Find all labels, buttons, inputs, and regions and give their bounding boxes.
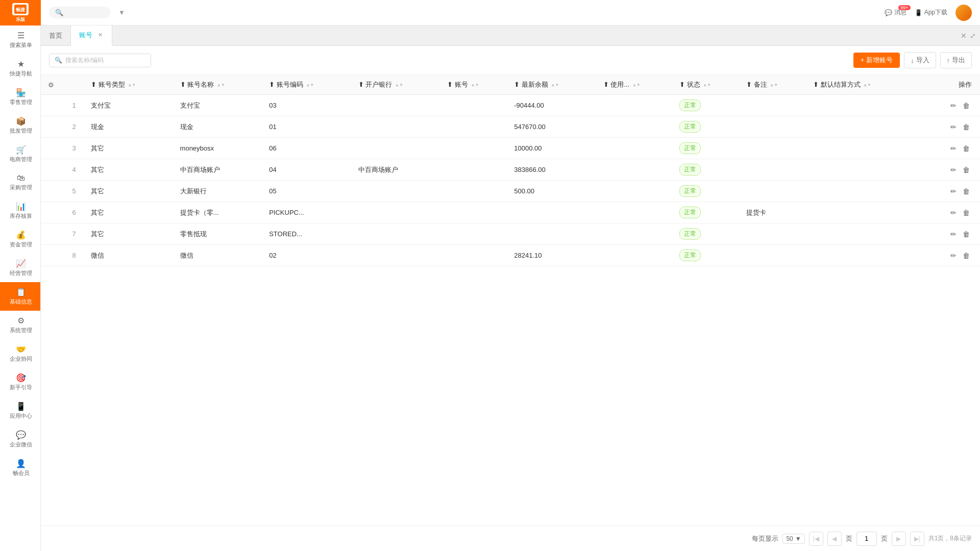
- page-input[interactable]: [856, 532, 877, 546]
- status-badge: 正常: [679, 99, 701, 111]
- sidebar-item-shortcut[interactable]: ★ 快捷导航: [0, 54, 40, 83]
- row-code: STORED...: [265, 223, 354, 245]
- tab-close-all-icon[interactable]: ✕: [961, 32, 967, 40]
- col-code[interactable]: ⬆ 账号编码 ▲▼: [265, 75, 354, 95]
- status-badge: 正常: [679, 249, 701, 261]
- edit-button[interactable]: ✏: [948, 251, 959, 261]
- col-bank[interactable]: ⬆ 开户银行 ▲▼: [354, 75, 444, 95]
- sidebar-item-search-menu[interactable]: ☰ 搜索菜单: [0, 26, 40, 54]
- sidebar-item-label: 快捷导航: [10, 70, 32, 78]
- sidebar-item-wechat[interactable]: 💬 企业微信: [0, 425, 40, 454]
- sidebar-item-finance[interactable]: 💰 资金管理: [0, 225, 40, 254]
- sort-icon: ▲▼: [306, 83, 314, 87]
- sort-icon: ▲▼: [551, 83, 559, 87]
- messages-badge: 99+: [898, 5, 910, 10]
- sidebar-item-basic-info[interactable]: 📋 基础信息: [0, 282, 40, 311]
- sidebar-item-operations[interactable]: 📈 经营管理: [0, 254, 40, 282]
- col-notes[interactable]: ⬆ 备注 ▲▼: [742, 75, 809, 95]
- col-name-label: ⬆ 账号名称: [180, 81, 214, 88]
- sidebar-item-label: 搜索菜单: [10, 41, 32, 49]
- page-label: 页: [846, 534, 852, 543]
- user-avatar[interactable]: [955, 5, 972, 21]
- sidebar-item-wholesale[interactable]: 📦 批发管理: [0, 111, 40, 140]
- row-usage: [599, 245, 675, 266]
- row-gear: [41, 223, 61, 245]
- delete-button[interactable]: 🗑: [961, 208, 972, 218]
- row-gear: [41, 138, 61, 159]
- content-area: 🔍 搜索名称/编码 + 新增账号 ↓ 导入 ↑ 导出: [41, 46, 980, 551]
- sidebar-item-retail[interactable]: 🏪 零售管理: [0, 83, 40, 111]
- sidebar-item-app-center[interactable]: 📱 应用中心: [0, 396, 40, 425]
- edit-button[interactable]: ✏: [948, 122, 959, 132]
- col-name[interactable]: ⬆ 账号名称 ▲▼: [176, 75, 265, 95]
- sort-icon: ▲▼: [632, 83, 641, 87]
- sidebar-item-member[interactable]: 👤 畅会员: [0, 454, 40, 482]
- delete-button[interactable]: 🗑: [961, 229, 972, 239]
- tab-home[interactable]: 首页: [41, 26, 71, 46]
- edit-button[interactable]: ✏: [948, 186, 959, 196]
- tab-account[interactable]: 账号 ✕: [71, 26, 112, 46]
- sidebar-item-inventory[interactable]: 📊 库存核算: [0, 196, 40, 225]
- row-ops: ✏ 🗑: [920, 181, 980, 202]
- tab-account-close[interactable]: ✕: [96, 32, 104, 39]
- edit-button[interactable]: ✏: [948, 101, 959, 111]
- row-account: [443, 202, 510, 223]
- delete-button[interactable]: 🗑: [961, 101, 972, 111]
- delete-button[interactable]: 🗑: [961, 186, 972, 196]
- col-account[interactable]: ⬆ 账号 ▲▼: [443, 75, 510, 95]
- import-button[interactable]: ↓ 导入: [904, 52, 936, 68]
- col-settlement[interactable]: ⬆ 默认结算方式 ▲▼: [809, 75, 920, 95]
- messages-button[interactable]: 💬 消息 99+: [885, 8, 906, 17]
- status-badge: 正常: [679, 228, 701, 240]
- first-page-button[interactable]: |◀: [809, 532, 823, 546]
- sidebar-item-purchase[interactable]: 🛍 采购管理: [0, 168, 40, 196]
- tab-maximize-icon[interactable]: ⤢: [970, 32, 976, 40]
- table-search-box[interactable]: 🔍 搜索名称/编码: [49, 54, 151, 67]
- row-notes: [742, 95, 809, 116]
- delete-button[interactable]: 🗑: [961, 165, 972, 175]
- per-page-select[interactable]: 50 ▼: [782, 534, 804, 544]
- sidebar-item-label: 零售管理: [10, 98, 32, 106]
- app-download-button[interactable]: 📱 App下载: [915, 8, 947, 17]
- sidebar-item-system[interactable]: ⚙ 系统管理: [0, 311, 40, 339]
- tab-bar-actions: ✕ ⤢: [957, 32, 980, 40]
- export-button[interactable]: ↑ 导出: [940, 52, 972, 68]
- sidebar-item-enterprise[interactable]: 🤝 企业协同: [0, 339, 40, 368]
- edit-button[interactable]: ✏: [948, 165, 959, 175]
- header-dropdown[interactable]: ▼: [116, 9, 125, 16]
- purchase-icon: 🛍: [17, 173, 25, 183]
- col-balance-label: ⬆ 最新余额: [514, 81, 548, 88]
- row-settlement: [809, 245, 920, 266]
- next-page-button[interactable]: ▶: [892, 532, 906, 546]
- col-type[interactable]: ⬆ 账号类型 ▲▼: [87, 75, 176, 95]
- edit-button[interactable]: ✏: [948, 229, 959, 239]
- add-account-button[interactable]: + 新增账号: [853, 53, 900, 68]
- col-usage[interactable]: ⬆ 使用... ▲▼: [599, 75, 675, 95]
- sidebar-item-guide[interactable]: 🎯 新手引导: [0, 368, 40, 396]
- row-status: 正常: [675, 116, 742, 138]
- sidebar-item-label: 企业微信: [10, 441, 32, 448]
- edit-button[interactable]: ✏: [948, 143, 959, 154]
- header-search-icon: 🔍: [55, 9, 63, 16]
- edit-button[interactable]: ✏: [948, 208, 959, 218]
- row-bank: 中百商场账户: [354, 159, 444, 181]
- last-page-button[interactable]: ▶|: [910, 532, 924, 546]
- gear-icon[interactable]: ⚙: [48, 81, 54, 89]
- row-gear: [41, 159, 61, 181]
- row-account: [443, 116, 510, 138]
- delete-button[interactable]: 🗑: [961, 251, 972, 261]
- sidebar-item-label: 畅会员: [13, 469, 30, 477]
- delete-button[interactable]: 🗑: [961, 143, 972, 154]
- row-index: 1: [61, 95, 87, 116]
- status-badge: 正常: [679, 121, 701, 133]
- col-balance[interactable]: ⬆ 最新余额 ▲▼: [510, 75, 599, 95]
- prev-page-button[interactable]: ◀: [827, 532, 842, 546]
- row-account: [443, 223, 510, 245]
- row-usage: [599, 223, 675, 245]
- sidebar-item-ecommerce[interactable]: 🛒 电商管理: [0, 140, 40, 168]
- col-status[interactable]: ⬆ 状态 ▲▼: [675, 75, 742, 95]
- row-balance: [510, 223, 599, 245]
- row-status: 正常: [675, 245, 742, 266]
- operations-icon: 📈: [16, 259, 26, 268]
- delete-button[interactable]: 🗑: [961, 122, 972, 132]
